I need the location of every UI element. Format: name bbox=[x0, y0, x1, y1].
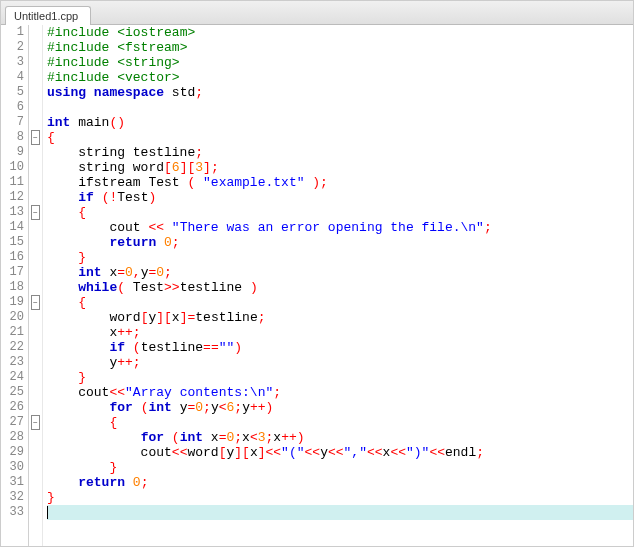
line-number: 24 bbox=[1, 370, 28, 385]
code-editor[interactable]: 1234567891011121314151617181920212223242… bbox=[1, 25, 633, 546]
code-line[interactable]: int x=0,y=0; bbox=[47, 265, 633, 280]
line-number: 22 bbox=[1, 340, 28, 355]
fold-cell bbox=[29, 430, 42, 445]
code-line[interactable] bbox=[47, 100, 633, 115]
fold-cell bbox=[29, 400, 42, 415]
line-number: 18 bbox=[1, 280, 28, 295]
fold-gutter: −−−− bbox=[29, 25, 43, 546]
code-line[interactable]: #include <fstream> bbox=[47, 40, 633, 55]
code-line[interactable]: } bbox=[47, 460, 633, 475]
line-number: 2 bbox=[1, 40, 28, 55]
code-line[interactable]: using namespace std; bbox=[47, 85, 633, 100]
fold-toggle-icon[interactable]: − bbox=[31, 295, 40, 310]
code-line[interactable]: cout<<word[y][x]<<"("<<y<<","<<x<<")"<<e… bbox=[47, 445, 633, 460]
fold-cell[interactable]: − bbox=[29, 295, 42, 310]
fold-cell bbox=[29, 490, 42, 505]
code-line[interactable]: word[y][x]=testline; bbox=[47, 310, 633, 325]
line-number: 20 bbox=[1, 310, 28, 325]
fold-cell bbox=[29, 355, 42, 370]
line-number: 21 bbox=[1, 325, 28, 340]
line-number: 19 bbox=[1, 295, 28, 310]
fold-cell bbox=[29, 340, 42, 355]
fold-cell bbox=[29, 190, 42, 205]
line-number: 3 bbox=[1, 55, 28, 70]
code-line[interactable]: cout<<"Array contents:\n"; bbox=[47, 385, 633, 400]
line-number: 17 bbox=[1, 265, 28, 280]
code-line[interactable]: string word[6][3]; bbox=[47, 160, 633, 175]
fold-cell bbox=[29, 220, 42, 235]
line-number: 11 bbox=[1, 175, 28, 190]
fold-cell bbox=[29, 475, 42, 490]
fold-cell bbox=[29, 505, 42, 520]
fold-cell bbox=[29, 250, 42, 265]
fold-cell[interactable]: − bbox=[29, 205, 42, 220]
fold-cell bbox=[29, 265, 42, 280]
line-number: 15 bbox=[1, 235, 28, 250]
code-line[interactable]: x++; bbox=[47, 325, 633, 340]
fold-cell bbox=[29, 460, 42, 475]
line-number: 28 bbox=[1, 430, 28, 445]
code-line[interactable]: for (int y=0;y<6;y++) bbox=[47, 400, 633, 415]
fold-cell bbox=[29, 160, 42, 175]
code-line[interactable]: for (int x=0;x<3;x++) bbox=[47, 430, 633, 445]
line-number: 5 bbox=[1, 85, 28, 100]
fold-cell bbox=[29, 175, 42, 190]
fold-cell bbox=[29, 40, 42, 55]
code-line[interactable]: } bbox=[47, 490, 633, 505]
line-number: 13 bbox=[1, 205, 28, 220]
line-number: 9 bbox=[1, 145, 28, 160]
line-number: 8 bbox=[1, 130, 28, 145]
fold-cell bbox=[29, 55, 42, 70]
code-line[interactable] bbox=[47, 505, 633, 520]
fold-cell bbox=[29, 385, 42, 400]
fold-cell bbox=[29, 325, 42, 340]
code-line[interactable]: int main() bbox=[47, 115, 633, 130]
code-line[interactable]: return 0; bbox=[47, 475, 633, 490]
code-line[interactable]: } bbox=[47, 250, 633, 265]
fold-cell[interactable]: − bbox=[29, 130, 42, 145]
line-number: 4 bbox=[1, 70, 28, 85]
fold-cell bbox=[29, 85, 42, 100]
line-number: 26 bbox=[1, 400, 28, 415]
line-number: 1 bbox=[1, 25, 28, 40]
fold-cell bbox=[29, 145, 42, 160]
code-line[interactable]: #include <iostream> bbox=[47, 25, 633, 40]
line-number: 32 bbox=[1, 490, 28, 505]
line-number: 10 bbox=[1, 160, 28, 175]
line-number: 14 bbox=[1, 220, 28, 235]
fold-cell bbox=[29, 25, 42, 40]
code-line[interactable]: #include <vector> bbox=[47, 70, 633, 85]
fold-cell bbox=[29, 100, 42, 115]
line-number: 31 bbox=[1, 475, 28, 490]
fold-toggle-icon[interactable]: − bbox=[31, 205, 40, 220]
code-line[interactable]: if (testline=="") bbox=[47, 340, 633, 355]
code-line[interactable]: { bbox=[47, 295, 633, 310]
line-number: 30 bbox=[1, 460, 28, 475]
code-line[interactable]: #include <string> bbox=[47, 55, 633, 70]
code-line[interactable]: y++; bbox=[47, 355, 633, 370]
code-line[interactable]: string testline; bbox=[47, 145, 633, 160]
code-line[interactable]: { bbox=[47, 415, 633, 430]
code-line[interactable]: cout << "There was an error opening the … bbox=[47, 220, 633, 235]
fold-toggle-icon[interactable]: − bbox=[31, 415, 40, 430]
code-line[interactable]: ifstream Test ( "example.txt" ); bbox=[47, 175, 633, 190]
code-line[interactable]: if (!Test) bbox=[47, 190, 633, 205]
fold-cell bbox=[29, 115, 42, 130]
file-tab[interactable]: Untitled1.cpp bbox=[5, 6, 91, 25]
text-caret bbox=[47, 506, 48, 519]
line-number: 29 bbox=[1, 445, 28, 460]
code-line[interactable]: { bbox=[47, 130, 633, 145]
line-number: 27 bbox=[1, 415, 28, 430]
fold-cell[interactable]: − bbox=[29, 415, 42, 430]
line-number: 23 bbox=[1, 355, 28, 370]
code-line[interactable]: } bbox=[47, 370, 633, 385]
code-line[interactable]: while( Test>>testline ) bbox=[47, 280, 633, 295]
code-area[interactable]: #include <iostream>#include <fstream>#in… bbox=[43, 25, 633, 546]
line-number: 12 bbox=[1, 190, 28, 205]
fold-cell bbox=[29, 70, 42, 85]
code-line[interactable]: return 0; bbox=[47, 235, 633, 250]
fold-toggle-icon[interactable]: − bbox=[31, 130, 40, 145]
code-line[interactable]: { bbox=[47, 205, 633, 220]
line-number: 7 bbox=[1, 115, 28, 130]
fold-cell bbox=[29, 280, 42, 295]
